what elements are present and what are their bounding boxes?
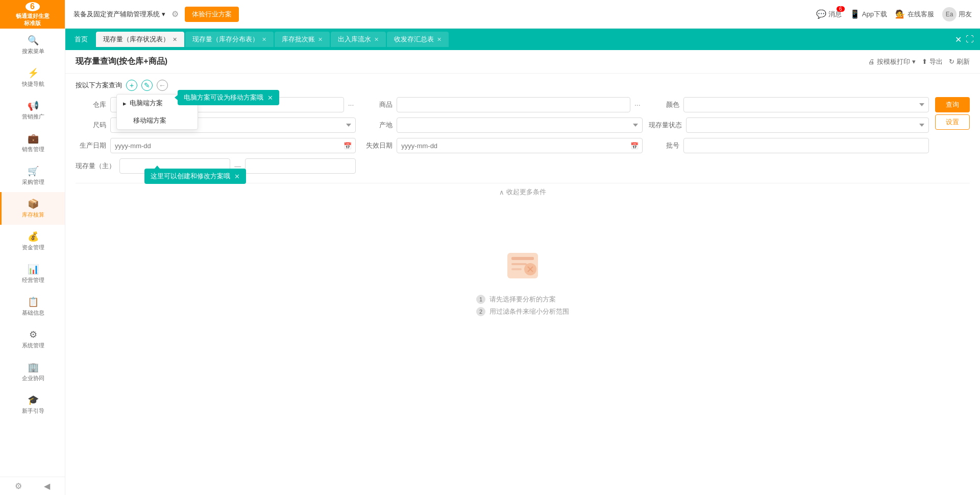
sidebar-item-sales[interactable]: 💼 销售管理 xyxy=(0,127,65,159)
page-actions: 🖨 按模板打印 ▾ ⬆ 导出 ↻ 刷新 xyxy=(868,57,970,66)
expire-cal-icon[interactable]: 📅 xyxy=(630,142,639,150)
refresh-btn[interactable]: ↻ 刷新 xyxy=(949,57,970,66)
print-btn[interactable]: 🖨 按模板打印 ▾ xyxy=(868,57,916,66)
tab-bar-actions: ✕ ⛶ xyxy=(955,35,978,44)
system-selector-chevron: ▾ xyxy=(162,10,165,18)
export-btn[interactable]: ⬆ 导出 xyxy=(922,57,943,66)
empty-tips: 1 请先选择要分析的方案 2 用过滤条件来缩小分析范围 xyxy=(476,295,569,316)
tooltip-pc-text: 电脑方案可设为移动方案哦 xyxy=(184,93,263,102)
message-icon: 💬 xyxy=(816,9,826,19)
tab-fullscreen-icon[interactable]: ⛶ xyxy=(966,35,974,44)
tab-home[interactable]: 首页 xyxy=(67,32,95,47)
tab-receive-summary[interactable]: 收发存汇总表 ✕ xyxy=(387,32,449,47)
purchase-icon: 🛒 xyxy=(28,166,39,177)
sidebar-item-quick-nav[interactable]: ⚡ 快捷导航 xyxy=(0,61,65,94)
support-icon: 💁 xyxy=(895,9,905,19)
tooltip-create-close[interactable]: ✕ xyxy=(234,173,240,180)
sidebar-settings-btn[interactable]: ⚙ xyxy=(15,481,22,491)
top-header-right: 💬 消息 6 📱 App下载 💁 在线客服 Ea 用友 xyxy=(816,7,972,21)
goods-dots[interactable]: ··· xyxy=(632,101,643,109)
collapse-chevron: ∧ xyxy=(499,188,504,196)
origin-label: 产地 xyxy=(362,121,393,130)
tab-inventory-dist[interactable]: 现存量（库存分布表） ✕ xyxy=(185,32,274,47)
user-avatar: Ea xyxy=(942,7,957,21)
filter-row-2: 尺码 产地 现存量状态 xyxy=(76,117,929,133)
sidebar-item-operation[interactable]: 📊 经营管理 xyxy=(0,257,65,290)
message-action[interactable]: 💬 消息 6 xyxy=(816,9,842,19)
filter-header: 按以下方案查询 + ✎ ← xyxy=(76,80,970,91)
goods-input[interactable] xyxy=(397,97,630,112)
sidebar-item-finance[interactable]: 💰 资金管理 xyxy=(0,225,65,257)
tab-close-in-out-flow[interactable]: ✕ xyxy=(374,36,379,43)
filter-back-btn[interactable]: ← xyxy=(157,80,168,91)
support-action[interactable]: 💁 在线客服 xyxy=(895,9,934,19)
produce-date-input[interactable] xyxy=(110,138,356,153)
origin-select[interactable] xyxy=(397,117,642,133)
query-btn[interactable]: 查询 xyxy=(935,97,970,112)
sidebar-item-marketing[interactable]: 📢 营销推广 xyxy=(0,94,65,127)
color-label: 颜色 xyxy=(649,100,679,109)
tab-close-inventory-status[interactable]: ✕ xyxy=(173,36,177,43)
sidebar-item-enterprise[interactable]: 🏢 企业协同 xyxy=(0,356,65,388)
tab-inventory-status[interactable]: 现存量（库存状况表） ✕ xyxy=(96,32,184,47)
sales-icon: 💼 xyxy=(28,133,39,144)
filter-add-btn[interactable]: + xyxy=(126,80,137,91)
goods-input-wrap: ··· xyxy=(397,97,642,112)
tab-close-receive-summary[interactable]: ✕ xyxy=(437,36,442,43)
sidebar-item-search[interactable]: 🔍 搜索菜单 xyxy=(0,29,65,61)
filter-row-3: 生产日期 📅 失效日期 📅 xyxy=(76,138,929,153)
user-area[interactable]: Ea 用友 xyxy=(942,7,972,21)
app-download-action[interactable]: 📱 App下载 xyxy=(850,9,887,19)
expire-date-input[interactable] xyxy=(397,138,642,153)
top-header: 装备及固定资产辅助管理系统 ▾ ⚙ 体验行业方案 💬 消息 6 📱 App下载 … xyxy=(65,0,980,29)
filter-edit-btn[interactable]: ✎ xyxy=(141,80,153,91)
page-header: 现存量查询(按仓库+商品) 🖨 按模板打印 ▾ ⬆ 导出 ↻ 刷新 xyxy=(65,50,980,74)
tab-in-out-flow[interactable]: 出入库流水 ✕ xyxy=(331,32,386,47)
filter-field-goods: 商品 ··· xyxy=(362,97,642,112)
enterprise-icon: 🏢 xyxy=(28,362,39,373)
tab-close-inventory-dist[interactable]: ✕ xyxy=(262,36,266,43)
tooltip-pc-close[interactable]: ✕ xyxy=(267,94,273,102)
empty-tip-1: 1 请先选择要分析的方案 xyxy=(476,295,569,304)
svg-rect-3 xyxy=(511,268,522,270)
system-selector[interactable]: 装备及固定资产辅助管理系统 ▾ xyxy=(74,10,165,19)
header-settings-icon[interactable]: ⚙ xyxy=(172,9,179,19)
stock-status-select[interactable] xyxy=(686,117,929,133)
sidebar-item-system[interactable]: ⚙ 系统管理 xyxy=(0,323,65,356)
sidebar-item-guide[interactable]: 🎓 新手引导 xyxy=(0,388,65,421)
industry-btn[interactable]: 体验行业方案 xyxy=(185,7,239,22)
search-icon: 🔍 xyxy=(28,35,39,46)
filter-field-expire-date: 失效日期 📅 xyxy=(362,138,642,153)
tab-bar: 首页 现存量（库存状况表） ✕ 现存量（库存分布表） ✕ 库存批次账 ✕ 出入库… xyxy=(65,29,980,50)
sidebar-item-purchase[interactable]: 🛒 采购管理 xyxy=(0,159,65,192)
tab-close-batch-ledger[interactable]: ✕ xyxy=(318,36,323,43)
filter-field-origin: 产地 xyxy=(362,117,642,133)
warehouse-dots[interactable]: ··· xyxy=(346,101,356,109)
logo-text: 畅通道好生意 标准版 xyxy=(16,12,50,27)
system-name: 装备及固定资产辅助管理系统 xyxy=(74,10,160,19)
tab-close-all-icon[interactable]: ✕ xyxy=(955,35,962,44)
scheme-arrow-pc: ▸ xyxy=(123,100,127,107)
filter-field-batch-no: 批号 xyxy=(649,138,929,153)
produce-cal-icon[interactable]: 📅 xyxy=(344,142,352,150)
tab-batch-ledger[interactable]: 库存批次账 ✕ xyxy=(275,32,330,47)
query-buttons: 查询 设置 xyxy=(935,97,970,179)
expire-date-label: 失效日期 xyxy=(362,141,393,150)
collapse-btn[interactable]: ∧ 收起更多条件 xyxy=(499,187,546,197)
sidebar-item-inventory[interactable]: 📦 库存核算 xyxy=(0,192,65,225)
sidebar-collapse-btn[interactable]: ◀ xyxy=(44,481,50,491)
reset-btn[interactable]: 设置 xyxy=(935,114,970,130)
tip-num-2: 2 xyxy=(476,307,485,316)
app-icon: 📱 xyxy=(850,9,860,19)
color-select[interactable] xyxy=(683,97,929,112)
inventory-icon: 📦 xyxy=(28,198,39,209)
filter-label: 按以下方案查询 xyxy=(76,81,122,90)
scheme-item-mobile[interactable]: 移动端方案 xyxy=(117,112,198,129)
produce-date-wrap: 📅 xyxy=(110,138,356,153)
sidebar-item-base[interactable]: 📋 基础信息 xyxy=(0,290,65,323)
main-area: 装备及固定资产辅助管理系统 ▾ ⚙ 体验行业方案 💬 消息 6 📱 App下载 … xyxy=(65,0,980,495)
batch-no-input[interactable] xyxy=(683,138,929,153)
svg-rect-2 xyxy=(511,263,527,265)
batch-no-label: 批号 xyxy=(649,141,679,150)
stock-main-to[interactable] xyxy=(245,158,356,174)
